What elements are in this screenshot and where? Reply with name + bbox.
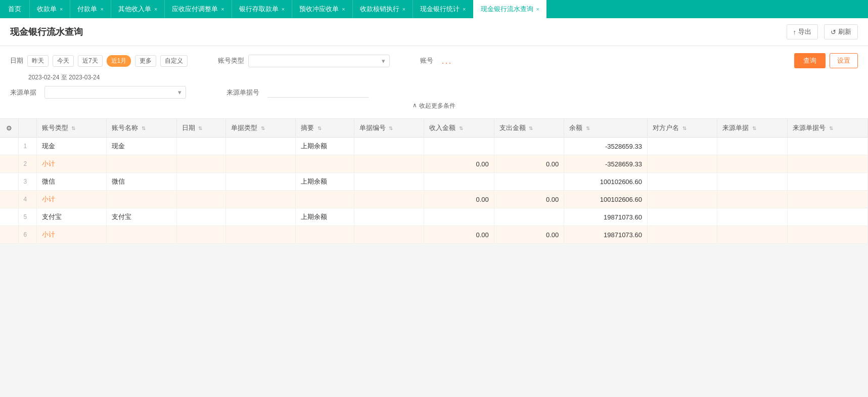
date-btn-yesterday[interactable]: 昨天 bbox=[27, 55, 49, 67]
cell-acct-type: 小计 bbox=[36, 155, 107, 173]
nav-tab-fukuandan[interactable]: 付款单 × bbox=[70, 0, 110, 18]
col-balance[interactable]: 余额 ⇅ bbox=[564, 119, 648, 138]
nav-tab-xianjinyinhang[interactable]: 现金银行统计 × bbox=[413, 0, 473, 18]
close-icon[interactable]: × bbox=[402, 6, 405, 12]
cell-balance: -3528659.33 bbox=[564, 138, 648, 155]
source-doc-select[interactable]: ▾ bbox=[44, 86, 186, 99]
acct-type-select[interactable]: ▾ bbox=[248, 55, 390, 67]
cell-income: 0.00 bbox=[424, 155, 494, 173]
col-settings[interactable]: ⚙ bbox=[0, 119, 18, 138]
date-btn-custom[interactable]: 自定义 bbox=[160, 55, 188, 67]
date-options: 昨天 今天 近7天 近1月 更多 自定义 bbox=[27, 55, 188, 67]
col-counterparty[interactable]: 对方户名 ⇅ bbox=[647, 119, 717, 138]
filter-row-1: 日期 昨天 今天 近7天 近1月 更多 自定义 账号类型 ▾ 账号 ... bbox=[10, 53, 858, 68]
col-date[interactable]: 日期 ⇅ bbox=[176, 119, 225, 138]
close-icon[interactable]: × bbox=[154, 6, 157, 12]
col-source-doc-no[interactable]: 来源单据号 ⇅ bbox=[787, 119, 867, 138]
cell-counterparty bbox=[647, 191, 717, 208]
close-icon[interactable]: × bbox=[221, 6, 224, 12]
cell-source-doc-no bbox=[787, 138, 867, 155]
close-icon[interactable]: × bbox=[282, 6, 285, 12]
cell-summary bbox=[296, 191, 354, 208]
cell-acct-type: 支付宝 bbox=[36, 208, 107, 226]
cell-seq: 6 bbox=[18, 226, 36, 244]
cell-counterparty bbox=[647, 226, 717, 244]
col-doc-no[interactable]: 单据编号 ⇅ bbox=[354, 119, 424, 138]
cell-date bbox=[176, 155, 225, 173]
table-row: 2小计0.000.00-3528659.33 bbox=[0, 155, 868, 173]
cell-source-doc bbox=[717, 138, 788, 155]
col-summary[interactable]: 摘要 ⇅ bbox=[296, 119, 354, 138]
cell-expense: 0.00 bbox=[494, 226, 564, 244]
refresh-button[interactable]: ↺ 刷新 bbox=[824, 24, 858, 39]
cell-source-doc bbox=[717, 208, 788, 226]
sort-icon: ⇅ bbox=[198, 125, 202, 131]
cell-source-doc bbox=[717, 191, 788, 208]
cell-source-doc-no bbox=[787, 226, 867, 244]
col-expense[interactable]: 支出金额 ⇅ bbox=[494, 119, 564, 138]
source-doc-no-label: 来源单据号 bbox=[226, 88, 259, 97]
cell-summary: 上期余额 bbox=[296, 173, 354, 191]
cell-balance: 100102606.60 bbox=[564, 191, 648, 208]
chevron-down-icon: ▾ bbox=[178, 89, 181, 96]
nav-tab-yushouchong[interactable]: 预收冲应收单 × bbox=[292, 0, 352, 18]
date-btn-today[interactable]: 今天 bbox=[53, 55, 74, 67]
collapse-bar[interactable]: ∧ 收起更多条件 bbox=[10, 99, 858, 111]
close-icon[interactable]: × bbox=[342, 6, 345, 12]
close-icon[interactable]: × bbox=[100, 6, 103, 12]
gear-icon[interactable]: ⚙ bbox=[6, 124, 12, 132]
cell-source-doc bbox=[717, 173, 788, 191]
cell-expense: 0.00 bbox=[494, 191, 564, 208]
nav-tab-shoukuandan[interactable]: 收款单 × bbox=[29, 0, 70, 18]
col-doc-type[interactable]: 单据类型 ⇅ bbox=[225, 119, 296, 138]
source-doc-no-filter-group: 来源单据号 bbox=[226, 87, 369, 98]
cell-acct-name: 现金 bbox=[107, 138, 177, 155]
cell-acct-type: 微信 bbox=[36, 173, 107, 191]
cell-doc-type bbox=[225, 191, 296, 208]
query-button[interactable]: 查询 bbox=[794, 53, 826, 68]
col-income[interactable]: 收入金额 ⇅ bbox=[424, 119, 494, 138]
cell-income bbox=[424, 173, 494, 191]
date-filter-group: 日期 昨天 今天 近7天 近1月 更多 自定义 bbox=[10, 55, 188, 67]
cell-acct-name bbox=[107, 191, 177, 208]
nav-tab-liushui[interactable]: 现金银行流水查询 × bbox=[473, 0, 546, 18]
cell-doc-no bbox=[354, 138, 424, 155]
sort-icon: ⇅ bbox=[317, 125, 322, 131]
page-title: 现金银行流水查询 bbox=[10, 26, 83, 38]
cell-summary: 上期余额 bbox=[296, 208, 354, 226]
cell-income bbox=[424, 208, 494, 226]
cell-settings bbox=[0, 138, 18, 155]
source-doc-no-input[interactable] bbox=[267, 87, 369, 98]
col-source-doc[interactable]: 来源单据 ⇅ bbox=[717, 119, 788, 138]
date-btn-more[interactable]: 更多 bbox=[135, 55, 156, 67]
cell-summary: 上期余额 bbox=[296, 138, 354, 155]
col-acct-type[interactable]: 账号类型 ⇅ bbox=[36, 119, 107, 138]
sort-icon: ⇅ bbox=[389, 125, 393, 131]
acct-type-filter-group: 账号类型 ▾ bbox=[218, 55, 390, 67]
dots-button[interactable]: ... bbox=[441, 56, 452, 66]
date-label: 日期 bbox=[10, 56, 23, 65]
settings-button[interactable]: 设置 bbox=[830, 53, 858, 68]
date-btn-1month[interactable]: 近1月 bbox=[107, 55, 131, 67]
nav-tab-yingshouyingfu[interactable]: 应收应付调整单 × bbox=[164, 0, 231, 18]
nav-tab-yinhangcunkuan[interactable]: 银行存取款单 × bbox=[232, 0, 292, 18]
export-button[interactable]: ↑ 导出 bbox=[787, 24, 818, 39]
chevron-down-icon: ▾ bbox=[382, 57, 385, 65]
nav-home[interactable]: 首页 bbox=[0, 0, 29, 18]
close-icon[interactable]: × bbox=[60, 6, 63, 12]
cell-date bbox=[176, 138, 225, 155]
cell-acct-type: 小计 bbox=[36, 191, 107, 208]
cell-doc-type bbox=[225, 173, 296, 191]
nav-tab-qitashouru[interactable]: 其他收入单 × bbox=[111, 0, 164, 18]
source-doc-label: 来源单据 bbox=[10, 88, 36, 97]
cell-doc-no bbox=[354, 208, 424, 226]
close-icon[interactable]: × bbox=[536, 6, 539, 12]
page-header: 现金银行流水查询 ↑ 导出 ↺ 刷新 bbox=[0, 18, 868, 46]
cell-expense bbox=[494, 173, 564, 191]
nav-tab-shoukuanhexiao[interactable]: 收款核销执行 × bbox=[352, 0, 413, 18]
acct-no-filter-group: 账号 ... bbox=[420, 56, 452, 66]
date-btn-7days[interactable]: 近7天 bbox=[78, 55, 103, 67]
close-icon[interactable]: × bbox=[463, 6, 466, 12]
filter-area: 日期 昨天 今天 近7天 近1月 更多 自定义 账号类型 ▾ 账号 ... bbox=[0, 46, 868, 119]
col-acct-name[interactable]: 账号名称 ⇅ bbox=[107, 119, 177, 138]
